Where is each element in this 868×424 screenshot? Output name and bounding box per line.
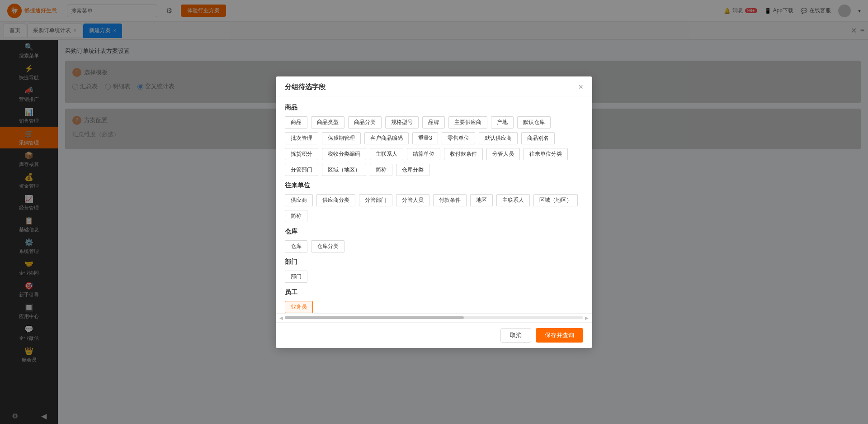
fields-grid-dept: 部门 xyxy=(285,271,583,283)
field-chip[interactable]: 批次管理 xyxy=(285,132,318,144)
modal-header: 分组待选字段 × xyxy=(276,76,592,96)
field-chip[interactable]: 规格型号 xyxy=(385,116,419,129)
field-chip[interactable]: 分管部门 xyxy=(285,164,318,176)
field-chip[interactable]: 零售单位 xyxy=(442,132,475,144)
hscroll-thumb xyxy=(285,316,464,319)
field-chip[interactable]: 分管人员 xyxy=(396,194,429,206)
fields-grid-employee: 业务员 xyxy=(285,301,583,313)
field-chip[interactable]: 部门 xyxy=(285,271,307,283)
hscroll-track xyxy=(285,316,583,319)
fields-grid-contact: 供应商 供应商分类 分管部门 分管人员 付款条件 地区 主联系人 区域（地区） … xyxy=(285,194,583,222)
group-title-contact: 往来单位 xyxy=(285,181,583,190)
fields-grid-warehouse: 仓库 仓库分类 xyxy=(285,240,583,252)
field-chip[interactable]: 默认供应商 xyxy=(479,132,518,144)
modal-close-btn[interactable]: × xyxy=(578,83,583,91)
field-chip[interactable]: 税收分类编码 xyxy=(322,148,366,160)
modal-footer: 取消 保存并查询 xyxy=(276,322,592,348)
field-chip[interactable]: 商品 xyxy=(285,116,307,129)
field-chip[interactable]: 主联系人 xyxy=(370,148,403,160)
field-chip[interactable]: 仓库分类 xyxy=(396,164,429,176)
field-chip[interactable]: 主联系人 xyxy=(496,194,530,206)
field-chip[interactable]: 商品别名 xyxy=(521,132,555,144)
field-chip[interactable]: 区域（地区） xyxy=(533,194,578,206)
modal-title: 分组待选字段 xyxy=(285,83,326,91)
field-chip[interactable]: 品牌 xyxy=(422,116,445,129)
confirm-button[interactable]: 保存并查询 xyxy=(536,328,583,343)
field-chip[interactable]: 付款条件 xyxy=(433,194,467,206)
field-chip[interactable]: 仓库分类 xyxy=(311,240,344,252)
group-title-warehouse: 仓库 xyxy=(285,228,583,236)
field-chip[interactable]: 仓库 xyxy=(285,240,307,252)
field-chip[interactable]: 保质期管理 xyxy=(322,132,361,144)
field-chip[interactable]: 供应商 xyxy=(285,194,313,206)
scroll-right-arrow[interactable]: ▶ xyxy=(585,315,589,320)
field-chip[interactable]: 简称 xyxy=(285,210,307,222)
cancel-button[interactable]: 取消 xyxy=(500,328,531,343)
field-chip[interactable]: 默认仓库 xyxy=(517,116,551,129)
group-title-employee: 员工 xyxy=(285,288,583,296)
field-chip[interactable]: 区域（地区） xyxy=(322,164,366,176)
field-chip[interactable]: 商品分类 xyxy=(348,116,382,129)
field-chip[interactable]: 主要供应商 xyxy=(448,116,487,129)
field-chip[interactable]: 简称 xyxy=(370,164,392,176)
field-chip[interactable]: 重量3 xyxy=(412,132,438,144)
field-chip[interactable]: 产地 xyxy=(491,116,514,129)
field-chip[interactable]: 拣货积分 xyxy=(285,148,318,160)
field-chip[interactable]: 客户商品编码 xyxy=(364,132,409,144)
field-chip[interactable]: 收付款条件 xyxy=(444,148,483,160)
fields-grid-product: 商品 商品类型 商品分类 规格型号 品牌 主要供应商 产地 默认仓库 批次管理 … xyxy=(285,116,583,176)
field-select-modal: 分组待选字段 × 商品 商品 商品类型 商品分类 规格型号 品牌 主要供应商 产… xyxy=(276,76,592,348)
field-chip[interactable]: 商品类型 xyxy=(311,116,344,129)
group-title-dept: 部门 xyxy=(285,258,583,266)
field-chip[interactable]: 分管部门 xyxy=(359,194,392,206)
field-chip[interactable]: 分管人员 xyxy=(486,148,520,160)
field-chip[interactable]: 往来单位分类 xyxy=(524,148,568,160)
field-chip[interactable]: 结算单位 xyxy=(407,148,440,160)
field-chip[interactable]: 供应商分类 xyxy=(316,194,355,206)
modal-hscroll: ◀ ▶ xyxy=(276,313,592,322)
modal-body[interactable]: 商品 商品 商品类型 商品分类 规格型号 品牌 主要供应商 产地 默认仓库 批次… xyxy=(276,96,592,313)
group-title-product: 商品 xyxy=(285,104,583,112)
field-chip-employee-selected[interactable]: 业务员 xyxy=(285,301,313,313)
modal-overlay: 分组待选字段 × 商品 商品 商品类型 商品分类 规格型号 品牌 主要供应商 产… xyxy=(0,0,868,424)
field-chip[interactable]: 地区 xyxy=(470,194,493,206)
scroll-left-arrow[interactable]: ◀ xyxy=(279,315,283,320)
